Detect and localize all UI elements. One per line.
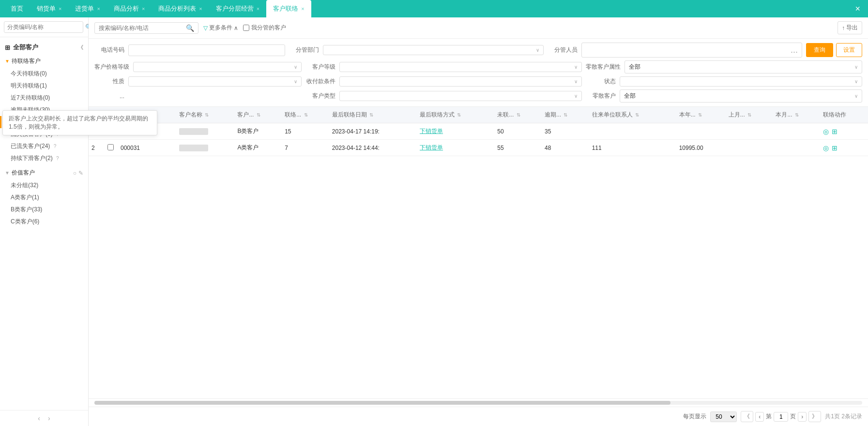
sidebar-item-b-class[interactable]: B类客户(33) <box>0 204 88 216</box>
row2-action-icons: ◎ ⊞ <box>823 144 865 152</box>
more-label: ... <box>94 93 128 100</box>
sort-date-icon[interactable]: ⇅ <box>369 112 373 118</box>
dept-select[interactable]: ∨ <box>323 45 544 55</box>
sort-not-icon[interactable]: ⇅ <box>517 112 520 118</box>
sidebar-value-header[interactable]: ▼ 价值客户 ○ ✎ <box>0 166 88 179</box>
edit-icon[interactable]: ✎ <box>78 170 83 176</box>
tab-sales-order[interactable]: 销货单 × <box>30 0 68 17</box>
tooltip-box: 距客户上次交易时长，超过了此客户的平均交易周期的1.5倍，则视为异常。 <box>89 110 157 135</box>
row2-method-link[interactable]: 下销货单 <box>420 144 443 151</box>
price-level-select[interactable]: ∨ <box>133 62 302 72</box>
sidebar-item-ungrouped[interactable]: 未分组(32) <box>0 179 88 191</box>
sidebar-next-btn[interactable]: › <box>46 412 52 424</box>
sidebar-item-a-class[interactable]: A类客户(1) <box>0 191 88 204</box>
row1-last-date: 2023-04-17 14:19: <box>329 123 417 140</box>
page-input[interactable] <box>774 412 788 422</box>
sort-lastmonth-icon[interactable]: ⇅ <box>747 112 751 118</box>
sort-thismonth-icon[interactable]: ⇅ <box>795 112 799 118</box>
close-tab-customer-mgmt-icon[interactable]: × <box>257 6 259 12</box>
sort-method-icon[interactable]: ⇅ <box>457 112 461 118</box>
sort-year-icon[interactable]: ⇅ <box>698 112 702 118</box>
search-input[interactable] <box>99 25 186 31</box>
sidebar-prev-btn[interactable]: ‹ <box>36 412 42 424</box>
close-tab-contact-icon[interactable]: × <box>301 6 304 12</box>
row1-this-year <box>676 123 726 140</box>
tab-home[interactable]: 首页 <box>4 0 30 17</box>
sidebar-pending-header[interactable]: ▼ 待联络客户 <box>0 55 88 68</box>
declining-info-icon[interactable]: ? <box>56 156 59 161</box>
retail-attr-select[interactable]: 全部 ∨ <box>624 60 862 73</box>
query-button[interactable]: 查询 <box>806 43 833 57</box>
export-button[interactable]: ↑ 导出 <box>838 21 862 34</box>
phone-input[interactable] <box>128 44 285 56</box>
arrow-down-icon: ▼ <box>5 59 10 64</box>
sidebar-item-declining[interactable]: 持续下滑客户(2) ? <box>0 152 88 164</box>
col-contact-person: 往来单位联系人 ⇅ <box>589 107 676 123</box>
first-page-button[interactable]: 《 <box>741 411 753 422</box>
tab-purchase-order[interactable]: 进货单 × <box>68 0 107 17</box>
scrollbar-thumb[interactable] <box>94 401 670 405</box>
circle-icon[interactable]: ○ <box>73 170 76 176</box>
row1-actions: ◎ ⊞ <box>820 123 868 140</box>
sidebar-item-c-class[interactable]: C类客户(6) <box>0 216 88 228</box>
retail-customer-select[interactable]: 全部 ∨ <box>620 89 862 103</box>
close-tab-product-list-icon[interactable]: × <box>199 6 202 12</box>
tab-product-analysis[interactable]: 商品分析 × <box>107 0 152 17</box>
payment-select[interactable]: ∨ <box>339 76 582 87</box>
table-row: 2 000031 A类客户 7 2023-04-12 14:44: 下销货单 <box>89 140 868 156</box>
sort-count-icon[interactable]: ⇅ <box>304 112 308 118</box>
gender-select[interactable]: ∨ <box>128 76 302 87</box>
row2-name <box>176 140 235 156</box>
row2-contact-icon[interactable]: ◎ <box>823 144 829 152</box>
tab-customer-contact[interactable]: 客户联络 × <box>266 0 311 17</box>
my-customer-checkbox[interactable]: 我分管的客户 <box>243 24 286 32</box>
next-page-button[interactable]: › <box>798 412 807 422</box>
filter-price-level: 客户价格等级 ∨ <box>94 62 302 72</box>
more-filter-button[interactable]: ▽ 更多条件 ∧ <box>203 24 238 32</box>
row2-overdue: 48 <box>542 140 589 156</box>
manager-select[interactable]: ... <box>581 43 802 58</box>
customer-type-select[interactable]: ∨ <box>339 91 582 101</box>
row1-method-link[interactable]: 下销货单 <box>420 128 443 134</box>
prev-page-button[interactable]: ‹ <box>755 412 764 422</box>
customer-level-label: 客户等级 <box>305 63 339 71</box>
sidebar-all-customers[interactable]: ⊞ 全部客户 《 <box>0 40 88 55</box>
row1-overdue: 35 <box>542 123 589 140</box>
status-select[interactable]: ∨ <box>620 76 862 87</box>
customer-level-select[interactable]: ∨ <box>339 62 582 72</box>
col-customer-type: 客户... ⇅ <box>234 107 282 123</box>
horizontal-scrollbar[interactable] <box>94 401 862 405</box>
sidebar-item-tomorrow[interactable]: 明天待联络(1) <box>0 80 88 92</box>
tab-customer-mgmt[interactable]: 客户分层经营 × <box>209 0 266 17</box>
filter-phone: 电话号码 <box>94 44 285 56</box>
row2-more-icon[interactable]: ⊞ <box>832 144 838 152</box>
row1-contact-icon[interactable]: ◎ <box>823 128 829 135</box>
sidebar-item-7days[interactable]: 近7天待联络(0) <box>0 92 88 104</box>
tab-product-list[interactable]: 商品分析列表 × <box>152 0 209 17</box>
close-tab-sales-icon[interactable]: × <box>59 6 61 12</box>
sort-name-icon[interactable]: ⇅ <box>205 112 209 118</box>
sort-person-icon[interactable]: ⇅ <box>635 112 639 118</box>
search-icon[interactable]: 🔍 <box>186 24 194 32</box>
close-tab-product-icon[interactable]: × <box>142 6 145 12</box>
sidebar-edit-icons: ○ ✎ <box>73 170 83 176</box>
row2-select[interactable] <box>107 144 114 150</box>
sidebar-search-input[interactable] <box>4 21 83 33</box>
row1-more-icon[interactable]: ⊞ <box>832 128 838 135</box>
row1-not-contacted: 50 <box>494 123 542 140</box>
window-close-button[interactable]: × <box>851 4 864 14</box>
content-area: 🔍 ▽ 更多条件 ∧ 我分管的客户 ↑ 导出 电话号码 <box>89 17 868 426</box>
sidebar-collapse-icon[interactable]: 《 <box>78 44 83 51</box>
page-end-label: 页 <box>790 412 796 421</box>
already-lost-info-icon[interactable]: ? <box>54 144 57 149</box>
horizontal-scrollbar-area <box>89 398 868 407</box>
close-tab-purchase-icon[interactable]: × <box>97 6 100 12</box>
sort-overdue-icon[interactable]: ⇅ <box>563 112 567 118</box>
my-customer-check[interactable] <box>243 25 249 31</box>
per-page-select[interactable]: 50 100 200 <box>710 411 737 422</box>
sidebar-item-today[interactable]: 今天待联络(0) <box>0 68 88 80</box>
setting-button[interactable]: 设置 <box>836 43 862 57</box>
last-page-button[interactable]: 》 <box>808 411 821 422</box>
sidebar-item-already-lost[interactable]: 已流失客户(24) ? <box>0 140 88 152</box>
sort-type-icon[interactable]: ⇅ <box>257 112 260 118</box>
